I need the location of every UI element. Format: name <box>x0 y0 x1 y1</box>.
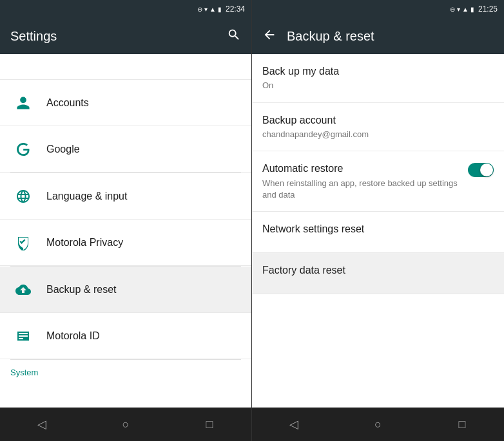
signal-icon: ▲ <box>209 6 216 13</box>
sidebar-item-backup-reset[interactable]: Backup & reset <box>0 267 251 313</box>
right-top-bar: Backup & reset <box>252 18 504 54</box>
backup-settings-list: Back up my data On Backup account chandn… <box>252 54 504 408</box>
left-time: 22:34 <box>226 5 245 14</box>
left-home-button[interactable]: ○ <box>106 411 145 437</box>
backup-account-subtitle: chandnapandey@gmail.com <box>262 129 494 140</box>
right-status-icons: ⊖ ▾ ▲ ▮ <box>450 6 474 13</box>
left-nav-bar: ◁ ○ □ <box>0 408 251 441</box>
backup-my-data-title: Back up my data <box>262 64 494 79</box>
partial-menu-item <box>0 54 251 80</box>
partial-icon <box>10 54 36 80</box>
automatic-restore-content: Automatic restore When reinstalling an a… <box>262 162 460 201</box>
right-minus-icon: ⊖ <box>450 6 455 13</box>
network-reset-title: Network settings reset <box>262 222 494 236</box>
sidebar-item-motorola-privacy[interactable]: Motorola Privacy <box>0 220 251 266</box>
settings-item-network-reset[interactable]: Network settings reset <box>252 212 504 253</box>
language-label: Language & input <box>46 191 127 202</box>
left-panel: ⊖ ▾ ▲ ▮ 22:34 Settings Accounts <box>0 0 252 441</box>
automatic-restore-title: Automatic restore <box>262 162 460 176</box>
sidebar-item-google[interactable]: Google <box>0 126 251 173</box>
network-reset-content: Network settings reset <box>262 222 494 236</box>
settings-item-automatic-restore[interactable]: Automatic restore When reinstalling an a… <box>252 151 504 212</box>
right-signal-icon: ▲ <box>462 6 469 13</box>
right-recent-button[interactable]: □ <box>443 411 481 437</box>
settings-menu-list: Accounts Google Language & input Motorol… <box>0 54 251 408</box>
backup-my-data-content: Back up my data On <box>262 64 494 92</box>
privacy-icon <box>10 230 36 256</box>
right-nav-bar: ◁ ○ □ <box>252 408 504 441</box>
google-label: Google <box>46 144 80 155</box>
left-back-button[interactable]: ◁ <box>23 411 61 437</box>
automatic-restore-subtitle: When reinstalling an app, restore backed… <box>262 178 460 201</box>
factory-reset-title: Factory data reset <box>262 263 494 277</box>
system-section-header: System <box>0 360 251 380</box>
factory-reset-content: Factory data reset <box>262 263 494 277</box>
right-battery-icon: ▮ <box>470 6 474 13</box>
accounts-label: Accounts <box>46 97 89 109</box>
battery-icon: ▮ <box>218 6 222 13</box>
right-wifi-icon: ▾ <box>457 6 460 13</box>
language-icon <box>10 183 36 209</box>
automatic-restore-toggle[interactable] <box>468 163 494 177</box>
right-title: Backup & reset <box>287 29 494 44</box>
motorola-privacy-label: Motorola Privacy <box>46 237 123 249</box>
google-icon <box>10 136 36 162</box>
sidebar-item-language[interactable]: Language & input <box>0 173 251 220</box>
right-status-bar: ⊖ ▾ ▲ ▮ 21:25 <box>252 0 504 18</box>
motorola-id-label: Motorola ID <box>46 330 100 342</box>
search-icon[interactable] <box>227 28 241 45</box>
left-recent-button[interactable]: □ <box>190 411 229 437</box>
backup-icon <box>10 277 36 303</box>
automatic-restore-control <box>468 163 494 177</box>
back-icon[interactable] <box>262 28 276 45</box>
settings-item-backup-account[interactable]: Backup account chandnapandey@gmail.com <box>252 103 504 152</box>
minus-icon: ⊖ <box>197 6 202 13</box>
left-title: Settings <box>10 29 227 44</box>
sidebar-item-accounts[interactable]: Accounts <box>0 80 251 126</box>
accounts-icon <box>10 90 36 116</box>
sidebar-item-motorola-id[interactable]: Motorola ID <box>0 313 251 359</box>
left-status-icons: ⊖ ▾ ▲ ▮ <box>197 6 222 13</box>
left-status-bar: ⊖ ▾ ▲ ▮ 22:34 <box>0 0 251 18</box>
system-section-label: System <box>10 368 38 377</box>
backup-account-content: Backup account chandnapandey@gmail.com <box>262 113 494 141</box>
backup-reset-label: Backup & reset <box>46 284 117 296</box>
backup-account-title: Backup account <box>262 113 494 127</box>
toggle-knob <box>480 164 493 176</box>
backup-my-data-subtitle: On <box>262 80 494 91</box>
settings-item-factory-reset[interactable]: Factory data reset <box>252 253 504 294</box>
right-panel: ⊖ ▾ ▲ ▮ 21:25 Backup & reset Back up my … <box>252 0 504 441</box>
right-back-button[interactable]: ◁ <box>275 411 313 437</box>
motorola-id-icon <box>10 323 36 349</box>
right-home-button[interactable]: ○ <box>358 411 397 437</box>
wifi-icon: ▾ <box>204 6 208 13</box>
settings-item-backup-my-data[interactable]: Back up my data On <box>252 54 504 103</box>
right-time: 21:25 <box>478 5 498 14</box>
left-top-bar: Settings <box>0 18 251 54</box>
